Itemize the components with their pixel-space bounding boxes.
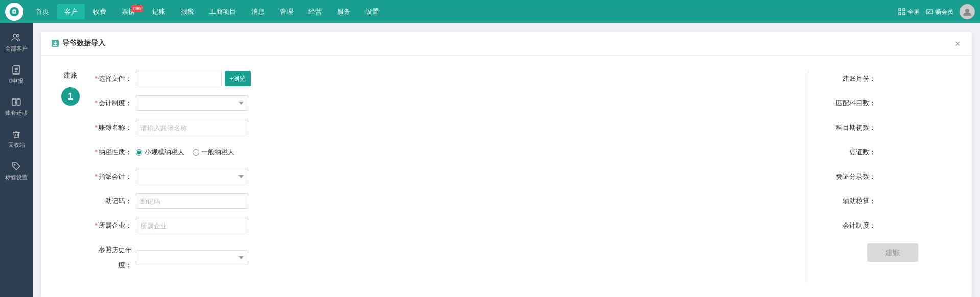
form-fields: *选择文件： +浏览 *会计制度： bbox=[90, 71, 798, 282]
info-value-accounting-system2 bbox=[880, 218, 951, 233]
dialog-header: 导爷数据导入 × bbox=[41, 32, 972, 56]
tax-type-label: *纳税性质： bbox=[90, 144, 136, 160]
sidebar: 全部客户 0申报 账套迁移 回收站 bbox=[0, 23, 33, 297]
fullscreen-button[interactable]: 全屏 bbox=[898, 8, 920, 16]
enterprise-input[interactable] bbox=[136, 218, 248, 233]
nav-item-business[interactable]: 工商项目 bbox=[202, 4, 243, 19]
accounting-system-label: *会计制度： bbox=[90, 95, 136, 111]
info-row-voucher-entries: 凭证分录数： bbox=[834, 169, 951, 184]
radio-general[interactable]: 一般纳税人 bbox=[193, 144, 234, 160]
form-row-accounting-system: *会计制度： bbox=[90, 95, 798, 111]
radio-general-input[interactable] bbox=[193, 149, 199, 156]
svg-rect-11 bbox=[17, 99, 20, 105]
sidebar-item-tag-settings[interactable]: 标签设置 bbox=[0, 156, 33, 186]
main-layout: 全部客户 0申报 账套迁移 回收站 bbox=[0, 23, 980, 297]
file-text-input[interactable] bbox=[136, 71, 222, 86]
step-badge: 1 bbox=[61, 87, 80, 106]
info-row-subjects-init: 科目期初数： bbox=[834, 120, 951, 135]
dialog-body: 建账 1 *选择文件： +浏览 bbox=[41, 56, 972, 297]
app-logo bbox=[5, 3, 23, 21]
sidebar-item-zero-declare[interactable]: 0申报 bbox=[0, 60, 33, 90]
sidebar-label-zero-declare: 0申报 bbox=[9, 77, 23, 85]
vertical-divider bbox=[808, 71, 808, 282]
info-label-accounting-system2: 会计制度： bbox=[834, 218, 880, 233]
svg-rect-4 bbox=[903, 13, 905, 15]
reference-year-label: 参照历史年度： bbox=[90, 242, 136, 273]
svg-point-6 bbox=[965, 9, 969, 13]
nav-item-message[interactable]: 消息 bbox=[244, 4, 272, 19]
svg-rect-1 bbox=[899, 9, 901, 11]
nav-item-business2[interactable]: 经营 bbox=[301, 4, 329, 19]
form-row-mnemonic: 助记码： bbox=[90, 193, 798, 209]
accounting-system-select[interactable] bbox=[136, 95, 248, 111]
ledger-name-label: *账簿名称： bbox=[90, 120, 136, 135]
new-badge: new bbox=[131, 5, 143, 12]
nav-item-service[interactable]: 服务 bbox=[330, 4, 357, 19]
reference-year-select[interactable] bbox=[136, 250, 248, 265]
close-button[interactable]: × bbox=[951, 38, 964, 50]
create-account-button[interactable]: 建账 bbox=[867, 243, 918, 262]
user-avatar[interactable] bbox=[960, 4, 975, 19]
info-row-voucher-count: 凭证数： bbox=[834, 144, 951, 160]
info-row-accounting-system: 会计制度： bbox=[834, 218, 951, 233]
nav-item-bookkeeping[interactable]: 记账 bbox=[145, 4, 173, 19]
info-value-voucher-entries bbox=[880, 169, 951, 184]
sidebar-item-migrate[interactable]: 账套迁移 bbox=[0, 92, 33, 122]
sidebar-label-tag-settings: 标签设置 bbox=[5, 174, 28, 181]
dialog-title-text: 导爷数据导入 bbox=[62, 39, 105, 48]
form-row-file: *选择文件： +浏览 bbox=[90, 71, 798, 86]
sidebar-label-all-clients: 全部客户 bbox=[5, 45, 28, 53]
fullscreen-label: 全屏 bbox=[907, 8, 920, 16]
form-row-reference-year: 参照历史年度： bbox=[90, 242, 798, 273]
nav-item-home[interactable]: 首页 bbox=[29, 4, 56, 19]
main-content: 导爷数据导入 × 建账 1 bbox=[33, 23, 980, 297]
info-section: 建账月份： 匹配科目数： 科目期初数： 凭证数： bbox=[819, 71, 951, 282]
info-label-voucher-entries: 凭证分录数： bbox=[834, 169, 880, 184]
vip-label: 畅会员 bbox=[935, 8, 953, 16]
info-label-month: 建账月份： bbox=[834, 71, 880, 86]
info-value-voucher-count bbox=[880, 144, 951, 160]
radio-small-scale[interactable]: 小规模纳税人 bbox=[136, 144, 184, 160]
radio-small-scale-input[interactable] bbox=[136, 149, 142, 156]
nav-items: 首页 客户 收费 票据 new 记账 报税 工商项目 消息 管理 经营 服务 设… bbox=[29, 4, 898, 19]
build-account-label: 建账 bbox=[64, 71, 77, 80]
info-label-voucher-count: 凭证数： bbox=[834, 144, 880, 160]
svg-point-8 bbox=[17, 35, 19, 37]
info-label-subjects-init: 科目期初数： bbox=[834, 120, 880, 135]
browse-button[interactable]: +浏览 bbox=[225, 71, 251, 86]
assign-accountant-select[interactable] bbox=[136, 169, 248, 184]
assign-accountant-label: *指派会计： bbox=[90, 169, 136, 184]
svg-rect-2 bbox=[903, 9, 905, 11]
sidebar-item-all-clients[interactable]: 全部客户 bbox=[0, 28, 33, 58]
info-value-subjects-count bbox=[880, 95, 951, 111]
sidebar-item-recycle[interactable]: 回收站 bbox=[0, 124, 33, 154]
svg-point-12 bbox=[14, 164, 16, 166]
dialog-panel: 导爷数据导入 × 建账 1 bbox=[41, 32, 972, 297]
dialog-title: 导爷数据导入 bbox=[51, 39, 105, 48]
tax-type-radio-group: 小规模纳税人 一般纳税人 bbox=[136, 144, 248, 160]
nav-item-manage[interactable]: 管理 bbox=[273, 4, 300, 19]
top-navigation: 首页 客户 收费 票据 new 记账 报税 工商项目 消息 管理 经营 服务 设… bbox=[0, 0, 980, 23]
info-value-month bbox=[880, 71, 951, 86]
nav-item-tax[interactable]: 报税 bbox=[174, 4, 201, 19]
mnemonic-label: 助记码： bbox=[90, 193, 136, 209]
info-label-aux-accounting: 辅助核算： bbox=[834, 193, 880, 209]
nav-item-invoice[interactable]: 票据 new bbox=[114, 4, 144, 19]
form-section: 建账 1 *选择文件： +浏览 bbox=[61, 71, 798, 282]
mnemonic-input[interactable] bbox=[136, 193, 248, 209]
form-row-tax-type: *纳税性质： 小规模纳税人 一般纳税人 bbox=[90, 144, 798, 160]
form-row-ledger-name: *账簿名称： bbox=[90, 120, 798, 135]
sidebar-label-migrate: 账套迁移 bbox=[5, 109, 28, 117]
form-row-assign-accountant: *指派会计： bbox=[90, 169, 798, 184]
vip-button[interactable]: 畅会员 bbox=[926, 8, 953, 16]
file-label: *选择文件： bbox=[90, 71, 136, 86]
nav-item-settings[interactable]: 设置 bbox=[358, 4, 386, 19]
enterprise-label: *所属企业： bbox=[90, 218, 136, 233]
sidebar-label-recycle: 回收站 bbox=[8, 141, 25, 149]
nav-item-fee[interactable]: 收费 bbox=[86, 4, 113, 19]
svg-rect-3 bbox=[899, 13, 901, 15]
info-row-aux-accounting: 辅助核算： bbox=[834, 193, 951, 209]
nav-item-clients[interactable]: 客户 bbox=[57, 4, 85, 19]
ledger-name-input[interactable] bbox=[136, 120, 248, 135]
info-row-subjects-count: 匹配科目数： bbox=[834, 95, 951, 111]
